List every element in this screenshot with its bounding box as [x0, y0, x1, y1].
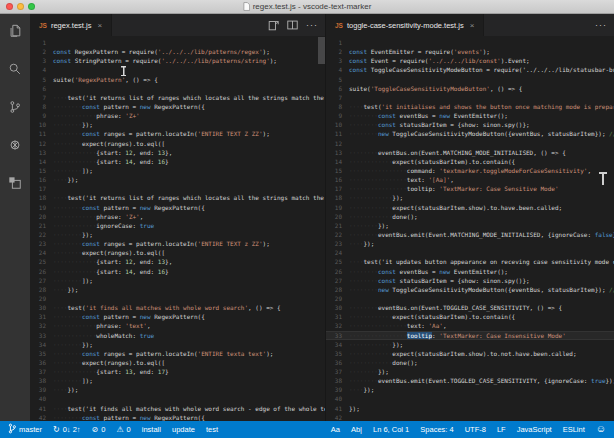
- code-line[interactable]: 7····test('it returns list of ranges whi…: [30, 93, 325, 102]
- code-line[interactable]: 24········expect(ranges).to.eql([: [30, 248, 325, 257]
- code-line[interactable]: 34········});: [30, 340, 325, 349]
- status-item-lf[interactable]: LF: [497, 425, 506, 434]
- debug-icon[interactable]: [8, 137, 23, 152]
- code-line[interactable]: 11········const ranges = pattern.locateI…: [30, 129, 325, 138]
- status-item-aa[interactable]: Aa: [331, 425, 340, 434]
- code-line[interactable]: 25····test('it updates button appearance…: [326, 257, 614, 266]
- close-tab-icon[interactable]: ×: [97, 21, 102, 30]
- zoom-window-button[interactable]: [28, 3, 35, 10]
- code-line[interactable]: 17················tooltip: 'TextMarker: …: [326, 184, 614, 193]
- code-line[interactable]: 36········expect(ranges).to.eql([: [30, 358, 325, 367]
- code-line[interactable]: 37············{start: 13, end: 17}: [30, 367, 325, 376]
- code-line[interactable]: 22········eventBus.emit(Event.MATCHING_M…: [326, 230, 614, 239]
- code-line[interactable]: 30········eventBus.on(Event.TOGGLED_CASE…: [326, 303, 614, 312]
- status-item-install[interactable]: install: [142, 425, 161, 434]
- status-item-update[interactable]: update: [172, 425, 195, 434]
- code-line[interactable]: 25············{start: 12, end: 13},: [30, 257, 325, 266]
- code-line[interactable]: 23········const ranges = pattern.locateI…: [30, 239, 325, 248]
- code-line[interactable]: 22········});: [30, 230, 325, 239]
- status-item-0[interactable]: ⊘0: [92, 425, 106, 434]
- more-actions-icon[interactable]: ···: [595, 23, 607, 27]
- code-line[interactable]: 24: [326, 248, 614, 257]
- code-line[interactable]: 10········const statusBarItem = {show: s…: [326, 120, 614, 129]
- code-line[interactable]: 23····});: [326, 239, 614, 248]
- status-item-eslint[interactable]: ESLint: [563, 425, 585, 434]
- code-line[interactable]: 41····test('it finds all matches with wh…: [30, 404, 325, 413]
- explorer-icon[interactable]: [8, 23, 23, 38]
- code-line[interactable]: 34············});: [326, 340, 614, 349]
- status-item-utf-8[interactable]: UTF-8: [465, 425, 486, 434]
- code-line[interactable]: 36············done();: [326, 358, 614, 367]
- close-window-button[interactable]: [6, 3, 13, 10]
- code-line[interactable]: 33············wholeMatch: true: [30, 331, 325, 340]
- code-line[interactable]: 37········});: [326, 367, 614, 376]
- code-editor-toggle-case[interactable]: 12const EventEmitter = require('events')…: [326, 36, 614, 421]
- code-line[interactable]: 1: [326, 38, 614, 47]
- code-line[interactable]: 18····test('it returns list of ranges wh…: [30, 193, 325, 202]
- code-line[interactable]: 39····});: [30, 385, 325, 394]
- split-editor-icon[interactable]: [287, 20, 298, 30]
- search-icon[interactable]: [8, 61, 23, 76]
- code-line[interactable]: 18············});: [326, 193, 614, 202]
- code-line[interactable]: 4const ToggleCaseSensitivityModeButton =…: [326, 65, 614, 74]
- close-tab-icon[interactable]: ×: [470, 21, 475, 30]
- code-line[interactable]: 35············expect(statusBarItem.show)…: [326, 349, 614, 358]
- status-item-test[interactable]: test: [206, 425, 218, 434]
- status-item-smiley-icon[interactable]: ☺: [596, 425, 606, 434]
- code-line[interactable]: 15········]);: [30, 166, 325, 175]
- status-item-javascript[interactable]: JavaScript: [517, 425, 552, 434]
- status-item-spaces-4[interactable]: Spaces: 4: [420, 425, 453, 434]
- code-line[interactable]: 20············done();: [326, 212, 614, 221]
- code-line[interactable]: 38········eventBus.emit(Event.TOGGLED_CA…: [326, 376, 614, 385]
- code-line[interactable]: 28····});: [30, 285, 325, 294]
- status-item-ln-6-col-1[interactable]: Ln 6, Col 1: [373, 425, 409, 434]
- code-line[interactable]: 8····test('it initialises and shows the …: [326, 102, 614, 111]
- code-line[interactable]: 6: [30, 84, 325, 93]
- scrollbar-thumb[interactable]: [318, 37, 325, 64]
- code-line[interactable]: 42: [326, 413, 614, 421]
- code-line[interactable]: 11········new ToggleCaseSensitivityModeB…: [326, 129, 614, 138]
- code-line[interactable]: 31············expect(statusBarItem).to.c…: [326, 312, 614, 321]
- status-item-0-2[interactable]: ↻0↓ 2↑: [53, 425, 81, 434]
- status-item-0[interactable]: ⚠0: [116, 425, 130, 434]
- code-line[interactable]: 12········expect(ranges).to.eql([: [30, 139, 325, 148]
- code-line[interactable]: 30····test('it finds all matches with wh…: [30, 303, 325, 312]
- code-line[interactable]: 40: [30, 394, 325, 403]
- source-control-icon[interactable]: [8, 99, 23, 114]
- code-line[interactable]: 5: [326, 75, 614, 84]
- code-line[interactable]: 32················text: 'Aa',: [326, 321, 614, 330]
- code-line[interactable]: 2const EventEmitter = require('events');: [326, 47, 614, 56]
- code-line[interactable]: 19········const pattern = new RegexPatte…: [30, 203, 325, 212]
- code-line[interactable]: 26········const eventBus = new EventEmit…: [326, 267, 614, 276]
- status-item-master[interactable]: master: [8, 423, 42, 436]
- code-line[interactable]: 21········});: [326, 221, 614, 230]
- code-line[interactable]: 26············{start: 14, end: 16}: [30, 267, 325, 276]
- more-actions-icon[interactable]: ···: [306, 23, 318, 27]
- code-line[interactable]: 3const Event = require('../../../lib/con…: [326, 56, 614, 65]
- code-line[interactable]: 14············{start: 14, end: 16}: [30, 157, 325, 166]
- code-line[interactable]: 39····});: [326, 385, 614, 394]
- minimize-window-button[interactable]: [17, 3, 24, 10]
- tab-toggle-case-sensitivity-mode-test-js[interactable]: JS toggle-case-sensitivity-mode.test.js …: [326, 14, 484, 36]
- code-line[interactable]: 10········});: [30, 120, 325, 129]
- code-line[interactable]: 20············phrase: 'Z+',: [30, 212, 325, 221]
- open-changes-icon[interactable]: [268, 20, 279, 31]
- code-line[interactable]: 9········const eventBus = new EventEmitt…: [326, 111, 614, 120]
- code-line[interactable]: 13············{start: 12, end: 13},: [30, 148, 325, 157]
- code-line[interactable]: 21············ignoreCase: true: [30, 221, 325, 230]
- code-line[interactable]: 27········const statusBarItem = {show: s…: [326, 276, 614, 285]
- code-line[interactable]: 13········eventBus.on(Event.MATCHING_MOD…: [326, 148, 614, 157]
- code-line[interactable]: 12: [326, 139, 614, 148]
- code-line[interactable]: 17: [30, 184, 325, 193]
- code-line[interactable]: 41});: [326, 404, 614, 413]
- code-line[interactable]: 9············phrase: 'Z+': [30, 111, 325, 120]
- code-line[interactable]: 38········]);: [30, 376, 325, 385]
- code-line[interactable]: 31········const pattern = new RegexPatte…: [30, 312, 325, 321]
- tab-regex-test-js[interactable]: JS regex.test.js ×: [30, 14, 112, 36]
- code-line[interactable]: 5suite('RegexPattern', () => {: [30, 75, 325, 84]
- code-line[interactable]: 16····});: [30, 175, 325, 184]
- extensions-icon[interactable]: [8, 175, 23, 190]
- code-line[interactable]: 42········const pattern = new RegexPatte…: [30, 413, 325, 421]
- code-line[interactable]: 35········const ranges = pattern.locateI…: [30, 349, 325, 358]
- code-line[interactable]: 3const StringPattern = require('../../..…: [30, 56, 325, 65]
